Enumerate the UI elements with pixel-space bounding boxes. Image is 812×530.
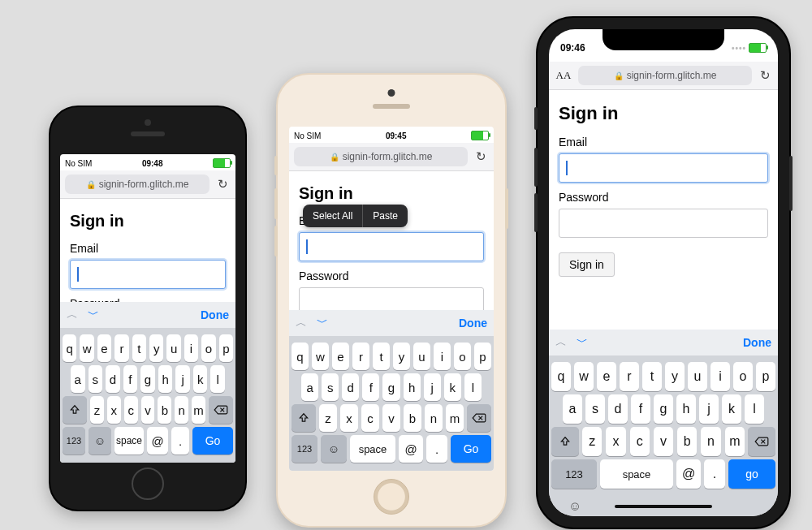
key-w[interactable]: w [80,334,93,362]
done-button[interactable]: Done [743,336,771,349]
select-all-button[interactable]: Select All [303,205,362,227]
key-s[interactable]: s [89,365,103,393]
key-w[interactable]: w [574,362,594,391]
key-p[interactable]: p [756,362,775,391]
key-g[interactable]: g [654,394,673,424]
done-button[interactable]: Done [459,317,487,330]
key-d[interactable]: d [342,373,359,401]
dot-key[interactable]: . [171,427,189,455]
at-key[interactable]: @ [399,435,423,463]
emoji-key[interactable]: ☺ [568,499,581,514]
prev-field-icon[interactable]: ︿ [555,335,567,350]
shift-key[interactable] [551,427,579,456]
backspace-key[interactable] [209,396,233,424]
key-v[interactable]: v [382,404,400,432]
key-d[interactable]: d [608,394,628,424]
key-t[interactable]: t [373,343,390,370]
signin-button[interactable]: Sign in [559,252,615,277]
key-e[interactable]: e [332,343,349,370]
key-g[interactable]: g [140,365,155,393]
key-x[interactable]: x [340,404,358,432]
go-key[interactable]: Go [451,435,491,463]
key-i[interactable]: i [434,343,451,370]
key-p[interactable]: p [474,343,491,370]
paste-button[interactable]: Paste [363,205,408,227]
backspace-key[interactable] [748,427,775,456]
key-j[interactable]: j [175,365,190,393]
key-n[interactable]: n [425,404,443,432]
dot-key[interactable]: . [426,435,447,463]
reload-icon[interactable]: ↻ [473,149,489,164]
go-key[interactable]: Go [192,427,233,455]
key-k[interactable]: k [193,365,208,393]
key-z[interactable]: z [90,396,104,424]
key-i[interactable]: i [710,362,730,391]
url-pill[interactable]: 🔒 signin-form.glitch.me [294,147,468,166]
key-b[interactable]: b [404,404,421,432]
home-button[interactable] [132,468,164,500]
key-e[interactable]: e [97,334,111,362]
key-a[interactable]: a [563,394,582,424]
emoji-key[interactable]: ☺ [89,427,111,455]
numbers-key[interactable]: 123 [292,435,317,463]
at-key[interactable]: @ [147,427,168,455]
key-q[interactable]: q [551,362,571,391]
shift-key[interactable] [292,404,316,432]
done-button[interactable]: Done [201,308,229,321]
numbers-key[interactable]: 123 [63,427,85,455]
key-s[interactable]: s [322,373,339,401]
key-u[interactable]: u [166,334,180,362]
reader-aa-button[interactable]: AA [554,69,573,82]
key-x[interactable]: x [606,427,625,456]
key-y[interactable]: y [393,343,410,370]
key-t[interactable]: t [642,362,662,391]
key-o[interactable]: o [733,362,753,391]
key-r[interactable]: r [114,334,128,362]
email-field[interactable] [299,232,484,261]
key-v[interactable]: v [654,427,673,456]
dot-key[interactable]: . [704,459,725,489]
space-key[interactable]: space [114,427,144,455]
numbers-key[interactable]: 123 [551,459,597,489]
key-w[interactable]: w [312,343,329,370]
key-h[interactable]: h [158,365,173,393]
key-d[interactable]: d [106,365,120,393]
key-o[interactable]: o [201,334,215,362]
key-o[interactable]: o [454,343,471,370]
email-field[interactable] [559,153,768,183]
url-pill[interactable]: 🔒 signin-form.glitch.me [578,66,752,85]
email-field[interactable] [70,260,226,289]
reload-icon[interactable]: ↻ [757,68,773,83]
key-m[interactable]: m [446,404,464,432]
key-u[interactable]: u [413,343,430,370]
reload-icon[interactable]: ↻ [214,177,231,192]
key-a[interactable]: a [71,365,85,393]
key-l[interactable]: l [210,365,225,393]
backspace-key[interactable] [467,404,491,432]
key-f[interactable]: f [362,373,379,401]
key-c[interactable]: c [630,427,650,456]
at-key[interactable]: @ [676,459,701,489]
url-pill[interactable]: 🔒 signin-form.glitch.me [65,175,209,194]
key-l[interactable]: l [745,394,764,424]
key-h[interactable]: h [404,373,421,401]
next-field-icon[interactable]: ﹀ [577,335,588,350]
key-m[interactable]: m [725,427,745,456]
key-q[interactable]: q [63,334,76,362]
key-k[interactable]: k [444,373,461,401]
key-n[interactable]: n [175,396,188,424]
key-e[interactable]: e [597,362,616,391]
key-y[interactable]: y [665,362,685,391]
key-g[interactable]: g [382,373,400,401]
home-indicator[interactable] [615,505,712,508]
key-s[interactable]: s [585,394,605,424]
key-v[interactable]: v [141,396,155,424]
key-u[interactable]: u [688,362,707,391]
key-k[interactable]: k [722,394,741,424]
home-button[interactable] [374,479,409,515]
key-c[interactable]: c [361,404,379,432]
go-key[interactable]: go [728,459,775,489]
prev-field-icon[interactable]: ︿ [296,316,307,330]
space-key[interactable]: space [350,435,395,463]
emoji-key[interactable]: ☺ [321,435,347,463]
